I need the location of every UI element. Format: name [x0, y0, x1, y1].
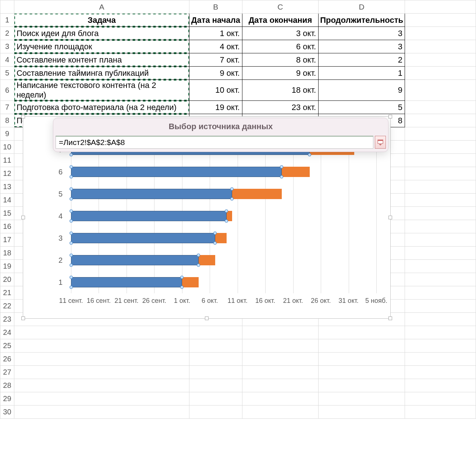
cell-A25[interactable] [14, 339, 189, 353]
cell-blank-13[interactable] [405, 180, 476, 194]
cell-blank-29[interactable] [405, 392, 476, 406]
row-header-29[interactable]: 29 [0, 392, 14, 406]
row-header-12[interactable]: 12 [0, 167, 14, 180]
row-header-9[interactable]: 9 [0, 127, 14, 141]
chart-bar-series1[interactable] [71, 167, 282, 177]
cell-D28[interactable] [319, 379, 405, 392]
cell-A24[interactable] [14, 326, 189, 339]
cell-D6[interactable]: 9 [319, 80, 405, 101]
cell-C29[interactable] [242, 392, 319, 406]
chart-handle-ne[interactable] [388, 115, 392, 118]
series-selection-handle[interactable] [70, 165, 73, 169]
cell-blank-7[interactable] [405, 101, 476, 114]
cell-B25[interactable] [189, 339, 242, 353]
series-selection-handle[interactable] [225, 209, 228, 213]
column-header-B[interactable]: B [189, 0, 242, 14]
cell-blank-9[interactable] [405, 127, 476, 141]
row-header-15[interactable]: 15 [0, 207, 14, 220]
chart-bar-series2[interactable] [232, 189, 282, 199]
chart-plot-area[interactable]: 11 сент.16 сент.21 сент.26 сент.1 окт.6 … [71, 139, 376, 293]
series-selection-handle[interactable] [70, 175, 73, 178]
series-selection-handle[interactable] [180, 286, 184, 289]
row-header-21[interactable]: 21 [0, 286, 14, 300]
cell-A28[interactable] [14, 379, 189, 392]
cell-B24[interactable] [189, 326, 242, 339]
cell-A30[interactable] [14, 406, 189, 419]
row-header-17[interactable]: 17 [0, 233, 14, 247]
cell-A29[interactable] [14, 392, 189, 406]
cell-blank-10[interactable] [405, 141, 476, 154]
chart-handle-nw[interactable] [21, 115, 25, 118]
cell-D30[interactable] [319, 406, 405, 419]
series-selection-handle[interactable] [70, 263, 73, 267]
cell-D5[interactable]: 1 [319, 67, 405, 80]
cell-B5[interactable]: 9 окт. [189, 67, 242, 80]
chart-bar-series1[interactable] [71, 255, 199, 265]
cell-C28[interactable] [242, 379, 319, 392]
row-header-1[interactable]: 1 [0, 14, 14, 27]
series-selection-handle[interactable] [70, 219, 73, 223]
row-header-28[interactable]: 28 [0, 379, 14, 392]
series-selection-handle[interactable] [70, 241, 73, 245]
cell-C7[interactable]: 23 окт. [242, 101, 319, 114]
cell-A27[interactable] [14, 366, 189, 379]
cell-blank-15[interactable] [405, 207, 476, 220]
cell-B3[interactable]: 4 окт. [189, 40, 242, 53]
cell-D7[interactable]: 5 [319, 101, 405, 114]
row-header-5[interactable]: 5 [0, 67, 14, 80]
cell-blank-5[interactable] [405, 67, 476, 80]
cell-B7[interactable]: 19 окт. [189, 101, 242, 114]
cell-blank-3[interactable] [405, 40, 476, 53]
cell-blank-12[interactable] [405, 167, 476, 180]
series-selection-handle[interactable] [70, 231, 73, 235]
row-header-23[interactable]: 23 [0, 313, 14, 326]
column-header-C[interactable]: C [242, 0, 319, 14]
cell-blank-23[interactable] [405, 313, 476, 326]
row-header-8[interactable]: 8 [0, 114, 14, 127]
cell-C26[interactable] [242, 353, 319, 366]
row-header-25[interactable]: 25 [0, 339, 14, 353]
chart-bar-series1[interactable] [71, 277, 182, 287]
cell-D25[interactable] [319, 339, 405, 353]
row-header-13[interactable]: 13 [0, 180, 14, 194]
column-header-D[interactable]: D [319, 0, 405, 14]
chart-bar-series1[interactable] [71, 211, 227, 221]
chart-bar-series2[interactable] [282, 167, 309, 177]
column-header-A[interactable]: A [14, 0, 189, 14]
chart-bar-series2[interactable] [215, 233, 226, 243]
chart-handle-s[interactable] [205, 316, 209, 320]
cell-A5[interactable]: Составление тайминга публикаций [14, 67, 189, 80]
row-header-11[interactable]: 11 [0, 154, 14, 167]
column-header-blank[interactable] [405, 0, 476, 14]
cell-A7[interactable]: Подготовка фото-материала (на 2 недели) [14, 101, 189, 114]
cell-A1[interactable]: Задача [14, 14, 189, 27]
cell-D4[interactable]: 2 [319, 53, 405, 67]
row-header-20[interactable]: 20 [0, 273, 14, 286]
row-header-6[interactable]: 6 [0, 80, 14, 101]
cell-blank-4[interactable] [405, 53, 476, 67]
chart-handle-sw[interactable] [21, 316, 25, 320]
cell-A26[interactable] [14, 353, 189, 366]
row-header-2[interactable]: 2 [0, 27, 14, 40]
select-data-source-dialog[interactable]: Выбор источника данных =Лист2!$A$2:$A$8 [53, 118, 388, 152]
cell-A4[interactable]: Составление контент плана [14, 53, 189, 67]
series-selection-handle[interactable] [180, 276, 184, 279]
cell-D27[interactable] [319, 366, 405, 379]
cell-C5[interactable]: 9 окт. [242, 67, 319, 80]
cell-A3[interactable]: Изучение площадок [14, 40, 189, 53]
cell-D26[interactable] [319, 353, 405, 366]
row-header-16[interactable]: 16 [0, 220, 14, 233]
cell-C27[interactable] [242, 366, 319, 379]
cell-B28[interactable] [189, 379, 242, 392]
cell-blank-6[interactable] [405, 80, 476, 101]
cell-D3[interactable]: 3 [319, 40, 405, 53]
cell-B6[interactable]: 10 окт. [189, 80, 242, 101]
collapse-dialog-button[interactable] [375, 136, 386, 149]
cell-blank-24[interactable] [405, 326, 476, 339]
cell-blank-26[interactable] [405, 353, 476, 366]
row-header-30[interactable]: 30 [0, 406, 14, 419]
series-selection-handle[interactable] [197, 254, 200, 257]
series-selection-handle[interactable] [280, 175, 283, 178]
chart-handle-se[interactable] [388, 316, 392, 320]
cell-A6[interactable]: Написание текстового контента (на 2 неде… [14, 80, 189, 101]
